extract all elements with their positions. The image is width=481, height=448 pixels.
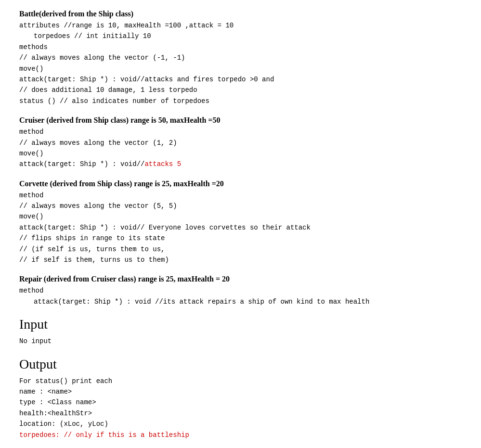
corvette-line-5: // flips ships in range to its state: [19, 233, 462, 243]
corvette-line-4: attack(target: Ship *) : void// Everyone…: [19, 222, 462, 233]
battle-line-1: attributes //range is 10, maxHealth =100…: [19, 20, 462, 31]
cruiser-section: Cruiser (derived from Ship class) range …: [19, 116, 462, 170]
corvette-heading: Corvette (derived from Ship class) range…: [19, 179, 462, 188]
corvette-line-6: // (if self is us, turns them to us,: [19, 244, 462, 255]
battle-line-8: status () // also indicates number of to…: [19, 96, 462, 106]
battle-section: Battle(derived from the Ship class) attr…: [19, 10, 462, 106]
repair-line-1: method: [19, 285, 462, 296]
output-heading: Output: [19, 357, 462, 372]
corvette-line-7: // if self is them, turns us to them): [19, 255, 462, 265]
battle-line-2: torpedoes // int initially 10: [19, 31, 462, 41]
battle-line-6: attack(target: Ship *) : void//attacks a…: [19, 74, 462, 85]
output-line-2: name : <name>: [19, 386, 462, 397]
output-line-4: health:<healthStr>: [19, 408, 462, 419]
output-section: Output For status() print each name : <n…: [19, 357, 462, 440]
output-line-5: location: (xLoc, yLoc): [19, 419, 462, 429]
cruiser-line-1: method: [19, 127, 462, 137]
cruiser-heading: Cruiser (derived from Ship class) range …: [19, 116, 462, 125]
battle-line-3: methods: [19, 42, 462, 52]
repair-section: Repair (derived from Cruiser class) rang…: [19, 275, 462, 307]
repair-line-2: attack(target: Ship *) : void //its atta…: [19, 296, 462, 307]
output-line-3: type : <Class name>: [19, 397, 462, 408]
battle-line-7: // does additional 10 damage, 1 less tor…: [19, 85, 462, 95]
input-heading: Input: [19, 317, 462, 332]
corvette-line-1: method: [19, 190, 462, 201]
corvette-section: Corvette (derived from Ship class) range…: [19, 179, 462, 266]
battle-line-5: move(): [19, 64, 462, 74]
corvette-line-3: move(): [19, 211, 462, 222]
battle-line-4: // always moves along the vector (-1, -1…: [19, 52, 462, 63]
cruiser-line-4: attack(target: Ship *) : void//attacks 5: [19, 159, 462, 169]
input-text: No input: [19, 336, 462, 346]
corvette-line-2: // always moves along the vector (5, 5): [19, 201, 462, 211]
output-line-6: torpedoes: // only if this is a battlesh…: [19, 430, 462, 440]
cruiser-red-text: attacks 5: [144, 160, 181, 168]
input-section: Input No input: [19, 317, 462, 346]
battle-heading: Battle(derived from the Ship class): [19, 10, 462, 18]
cruiser-line-3: move(): [19, 148, 462, 159]
repair-heading: Repair (derived from Cruiser class) rang…: [19, 275, 462, 283]
cruiser-line-2: // always moves along the vector (1, 2): [19, 138, 462, 148]
output-line-1: For status() print each: [19, 376, 462, 386]
